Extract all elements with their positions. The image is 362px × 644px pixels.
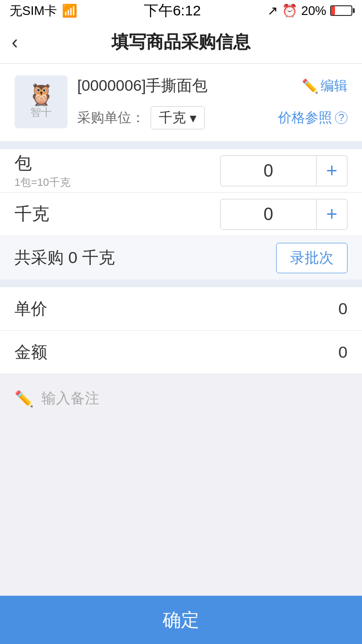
- total-row: 共采购 0 千克 录批次: [0, 236, 362, 280]
- amount-label: 金额: [14, 341, 47, 364]
- remark-placeholder: 输入备注: [42, 389, 99, 408]
- bag-value-display[interactable]: 0: [220, 155, 317, 186]
- unit-select[interactable]: 千克 ▾: [151, 106, 205, 129]
- separator-2: [0, 280, 362, 287]
- product-thumbnail: 🦉 智十: [14, 75, 68, 128]
- bag-label: 包: [14, 152, 72, 175]
- status-left: 无SIM卡 📶: [10, 2, 77, 19]
- unit-price-label: 单价: [14, 298, 47, 320]
- total-text: 共采购 0 千克: [14, 247, 115, 269]
- batch-button[interactable]: 录批次: [276, 243, 348, 273]
- kg-label: 千克: [14, 202, 72, 226]
- battery-percent: 20%: [301, 3, 326, 18]
- product-name: [0000006]手撕面包: [77, 75, 208, 97]
- unit-price-row: 单价 0: [0, 287, 362, 331]
- sim-icon: 📶: [62, 3, 77, 18]
- confirm-button[interactable]: 确定: [0, 596, 362, 644]
- kg-value-display[interactable]: 0: [220, 199, 317, 230]
- back-button[interactable]: ‹: [12, 27, 23, 58]
- edit-button[interactable]: ✏️ 编辑: [302, 77, 348, 95]
- remark-section[interactable]: ✏️ 输入备注: [0, 374, 362, 471]
- alarm-icon: ⏰: [282, 3, 297, 18]
- pencil-icon: ✏️: [14, 390, 34, 408]
- chevron-down-icon: ▾: [190, 110, 196, 126]
- status-right: ↗ ⏰ 20%: [267, 3, 352, 18]
- status-bar: 无SIM卡 📶 下午6:12 ↗ ⏰ 20%: [0, 0, 362, 21]
- confirm-button-label: 确定: [163, 608, 199, 632]
- location-icon: ↗: [267, 3, 278, 18]
- edit-icon: ✏️: [302, 78, 319, 94]
- unit-label: 采购单位：: [77, 109, 145, 127]
- total-unit: 千克: [82, 248, 115, 266]
- input-section: 包 1包=10千克 0 + 千克 0 +: [0, 149, 362, 236]
- total-value: 0: [68, 248, 82, 266]
- nav-bar: ‹ 填写商品采购信息: [0, 21, 362, 64]
- product-owl-icon: 🦉: [28, 84, 55, 105]
- page-title: 填写商品采购信息: [111, 30, 251, 54]
- amount-row: 金额 0: [0, 331, 362, 374]
- price-ref-button[interactable]: 价格参照 ?: [278, 109, 348, 127]
- product-card: 🦉 智十 [0000006]手撕面包 ✏️ 编辑 采购单位： 千克 ▾: [0, 64, 362, 141]
- unit-price-value: 0: [338, 299, 348, 318]
- bag-input-row: 包 1包=10千克 0 +: [0, 149, 362, 193]
- kg-plus-button[interactable]: +: [317, 199, 348, 230]
- price-section: 单价 0 金额 0: [0, 287, 362, 374]
- status-time: 下午6:12: [144, 1, 201, 21]
- separator-1: [0, 141, 362, 149]
- kg-input-row: 千克 0 +: [0, 193, 362, 236]
- bag-sub-label: 1包=10千克: [14, 175, 72, 190]
- battery-icon: [330, 5, 352, 16]
- amount-value: 0: [338, 343, 348, 362]
- product-info: [0000006]手撕面包 ✏️ 编辑 采购单位： 千克 ▾ 价格参照 ?: [77, 75, 348, 129]
- carrier-label: 无SIM卡: [10, 2, 57, 19]
- bag-plus-button[interactable]: +: [317, 155, 348, 186]
- product-thumb-label: 智十: [30, 105, 52, 120]
- info-icon: ?: [335, 112, 348, 124]
